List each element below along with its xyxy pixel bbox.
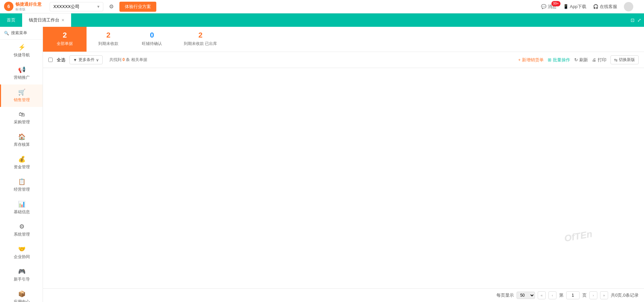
- trial-button[interactable]: 体验行业方案: [119, 2, 156, 12]
- found-prefix: 共找到: [109, 57, 121, 62]
- app-download-action[interactable]: 📱 App下载: [563, 4, 586, 10]
- search-menu-label: 搜索菜单: [11, 30, 27, 36]
- search-icon: 🔍: [4, 31, 9, 36]
- next-page-button[interactable]: ›: [589, 291, 597, 299]
- header-right: 💬 消息 99+ 📱 App下载 🎧 在线客服: [541, 2, 640, 11]
- per-page-label: 每页显示: [496, 292, 514, 298]
- sidebar-item-marketing[interactable]: 📢 营销推广: [0, 62, 43, 84]
- toolbar-right: + 新增销货单 ⊞ 批量操作 ↻ 刷新 🖨 打印 ⇆ 切换新版: [518, 55, 639, 64]
- found-count: 0: [122, 57, 125, 62]
- sidebar-item-label: 经营管理: [14, 187, 30, 192]
- sidebar-item-app-center[interactable]: 📦 应用中心: [0, 286, 43, 302]
- stat-tab-all[interactable]: 2 全部单据: [43, 27, 87, 52]
- refresh-icon: ↻: [574, 57, 578, 62]
- sales-icon: 🛒: [18, 88, 25, 96]
- sidebar-item-label: 新手引导: [14, 277, 30, 282]
- tab-expand-icon[interactable]: ⤢: [637, 17, 641, 23]
- settings-icon[interactable]: ⚙: [106, 1, 117, 12]
- first-page-button[interactable]: «: [538, 291, 546, 299]
- batch-label: 批量操作: [553, 57, 570, 63]
- stat-label-all: 全部单据: [57, 41, 73, 47]
- sidebar-item-label: 资金管理: [14, 164, 30, 170]
- tab-workbench[interactable]: 钱货日清工作台 ✕: [22, 13, 71, 27]
- operations-icon: 📋: [18, 178, 25, 185]
- sidebar: 🔍 搜索菜单 ⚡ 快捷导航 📢 营销推广 🛒 销售管理 🛍 采购管理 🏠 库存核…: [0, 27, 43, 302]
- tab-home[interactable]: 首页: [0, 13, 22, 27]
- chevron-down-icon: ▾: [97, 4, 100, 9]
- sidebar-item-system[interactable]: ⚙ 系统管理: [0, 219, 43, 241]
- toolbar: 全选 ▼ 更多条件 ∨ 共找到 0 条 相关单据 + 新增销货单 ⊞ 批量操作 …: [43, 52, 644, 68]
- filter-button[interactable]: ▼ 更多条件 ∨: [69, 55, 103, 64]
- purchase-icon: 🛍: [19, 111, 25, 118]
- sidebar-item-inventory[interactable]: 🏠 库存核算: [0, 129, 43, 152]
- tab-minimize-icon[interactable]: ⊡: [631, 17, 635, 23]
- guide-icon: 🎮: [18, 268, 25, 275]
- top-header: 6 畅捷通好生意 标准版 XXXXXX公司 ▾ ⚙ 体验行业方案 💬 消息 99…: [0, 0, 644, 13]
- last-page-button[interactable]: »: [600, 291, 608, 299]
- filter-label: 更多条件: [78, 57, 95, 63]
- switch-version-button[interactable]: ⇆ 切换新版: [610, 55, 639, 64]
- page-label: 第: [559, 292, 564, 298]
- sidebar-item-label: 销售管理: [14, 97, 30, 103]
- batch-operation-button[interactable]: ⊞ 批量操作: [548, 57, 570, 63]
- sidebar-item-finance[interactable]: 💰 资金管理: [0, 152, 43, 174]
- app-download-label: App下载: [570, 4, 586, 10]
- sidebar-item-label: 采购管理: [14, 119, 30, 125]
- stat-tab-overdue-shipped[interactable]: 2 到期未收款 已出库: [174, 27, 227, 52]
- finance-icon: 💰: [18, 156, 25, 163]
- online-service-action[interactable]: 🎧 在线客服: [593, 4, 617, 10]
- print-button[interactable]: 🖨 打印: [592, 57, 606, 63]
- sidebar-item-label: 营销推广: [14, 75, 30, 80]
- select-all-checkbox[interactable]: [48, 58, 53, 62]
- sidebar-item-purchase[interactable]: 🛍 采购管理: [0, 107, 43, 129]
- stat-count-wangwang: 0: [150, 31, 154, 40]
- logo-main: 畅捷通好生意: [15, 2, 42, 7]
- messages-badge: 99+: [551, 1, 560, 6]
- pagination-bar: 每页显示 50 100 200 « ‹ 第 页 › » 共0页,0条记录: [43, 288, 644, 302]
- stat-label-overdue-shipped: 到期未收款 已出库: [184, 41, 217, 47]
- avatar[interactable]: [624, 2, 633, 11]
- download-icon: 📱: [563, 4, 569, 9]
- online-service-label: 在线客服: [600, 4, 617, 10]
- basic-info-icon: 📊: [18, 200, 25, 208]
- logo-text: 畅捷通好生意 标准版: [15, 2, 42, 12]
- logo-icon: 6: [4, 2, 13, 11]
- page-number-input[interactable]: [566, 291, 580, 299]
- stats-tabs: 2 全部单据 2 到期未收款 0 旺辅待确认 2 到期未收款 已出库: [43, 27, 644, 52]
- sidebar-item-basic-info[interactable]: 📊 基础信息: [0, 196, 43, 219]
- search-menu[interactable]: 🔍 搜索菜单: [0, 27, 43, 40]
- app-center-icon: 📦: [18, 290, 25, 298]
- print-icon: 🖨: [592, 57, 596, 62]
- company-selector[interactable]: XXXXXX公司 ▾: [50, 2, 103, 11]
- filter-chevron-icon: ∨: [96, 58, 99, 62]
- refresh-button[interactable]: ↻ 刷新: [574, 57, 588, 63]
- sidebar-item-cooperation[interactable]: 🤝 企业协同: [0, 241, 43, 264]
- sidebar-item-guide[interactable]: 🎮 新手引导: [0, 264, 43, 286]
- tab-bar: 首页 钱货日清工作台 ✕ ⊡ ⤢: [0, 13, 644, 27]
- print-label: 打印: [598, 57, 606, 63]
- stat-count-overdue: 2: [106, 31, 110, 40]
- stat-tab-overdue[interactable]: 2 到期未收款: [87, 27, 130, 52]
- per-page-select[interactable]: 50 100 200: [517, 292, 535, 299]
- stat-count-overdue-shipped: 2: [199, 31, 203, 40]
- stat-tab-wangwang[interactable]: 0 旺辅待确认: [130, 27, 174, 52]
- tab-close-icon[interactable]: ✕: [61, 18, 64, 22]
- sidebar-item-label: 库存核算: [14, 142, 30, 147]
- new-order-button[interactable]: + 新增销货单: [518, 57, 544, 63]
- batch-icon: ⊞: [548, 57, 551, 62]
- tab-home-label: 首页: [7, 17, 15, 23]
- service-icon: 🎧: [593, 4, 598, 9]
- cooperation-icon: 🤝: [18, 245, 25, 253]
- stat-label-overdue: 到期未收款: [98, 41, 118, 47]
- switch-icon: ⇆: [614, 58, 618, 62]
- sidebar-item-label: 系统管理: [14, 232, 30, 237]
- prev-page-button[interactable]: ‹: [548, 291, 556, 299]
- company-name: XXXXXX公司: [53, 4, 79, 10]
- marketing-icon: 📢: [18, 66, 25, 73]
- sidebar-item-quick-nav[interactable]: ⚡ 快捷导航: [0, 40, 43, 62]
- messages-action[interactable]: 💬 消息 99+: [541, 4, 556, 10]
- logo-sub: 标准版: [15, 7, 42, 11]
- sidebar-item-sales[interactable]: 🛒 销售管理: [0, 84, 43, 107]
- sidebar-item-operations[interactable]: 📋 经营管理: [0, 174, 43, 196]
- tab-bar-actions: ⊡ ⤢: [631, 17, 644, 23]
